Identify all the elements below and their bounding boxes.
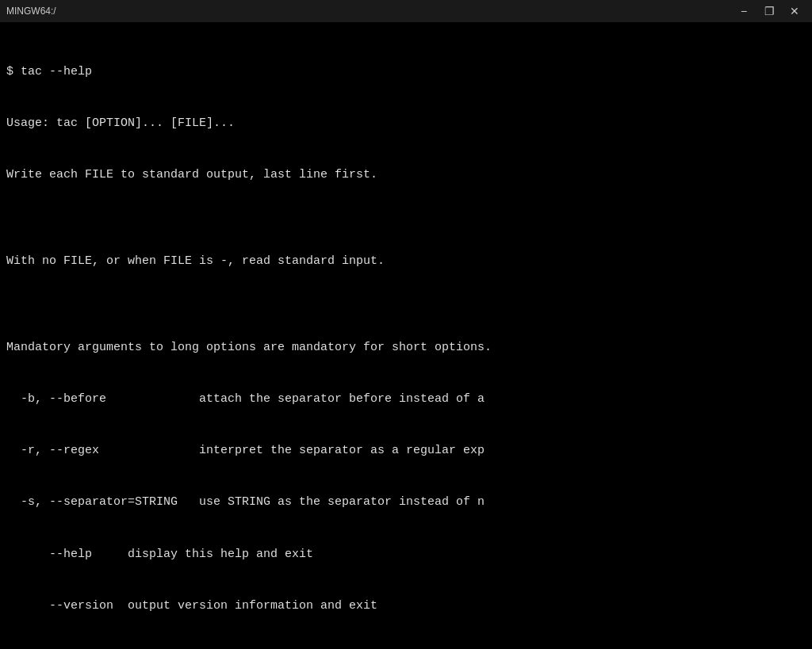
terminal-window: MINGW64:/ − ❐ ✕ $ tac --help Usage: tac … — [0, 0, 812, 649]
terminal-line-7: Mandatory arguments to long options are … — [6, 339, 806, 357]
terminal-line-2: Usage: tac [OPTION]... [FILE]... — [6, 115, 806, 132]
close-button[interactable]: ✕ — [783, 3, 806, 19]
minimize-button[interactable]: − — [733, 3, 755, 19]
maximize-button[interactable]: ❐ — [758, 3, 780, 19]
terminal-line-5: With no FILE, or when FILE is -, read st… — [6, 253, 806, 270]
window-controls: − ❐ ✕ — [733, 3, 806, 19]
terminal-line-1: $ tac --help — [6, 63, 806, 81]
terminal-line-10: -s, --separator=STRING use STRING as the… — [6, 494, 806, 511]
terminal-line-8: -b, --before attach the separator before… — [6, 391, 806, 408]
terminal-line-9: -r, --regex interpret the separator as a… — [6, 442, 806, 460]
terminal-line-3: Write each FILE to standard output, last… — [6, 166, 806, 184]
terminal-body[interactable]: $ tac --help Usage: tac [OPTION]... [FIL… — [0, 22, 812, 649]
terminal-line-12: --version output version information and… — [6, 597, 806, 615]
title-bar: MINGW64:/ − ❐ ✕ — [0, 0, 812, 22]
window-title: MINGW64:/ — [6, 6, 56, 17]
terminal-line-11: --help display this help and exit — [6, 546, 806, 563]
